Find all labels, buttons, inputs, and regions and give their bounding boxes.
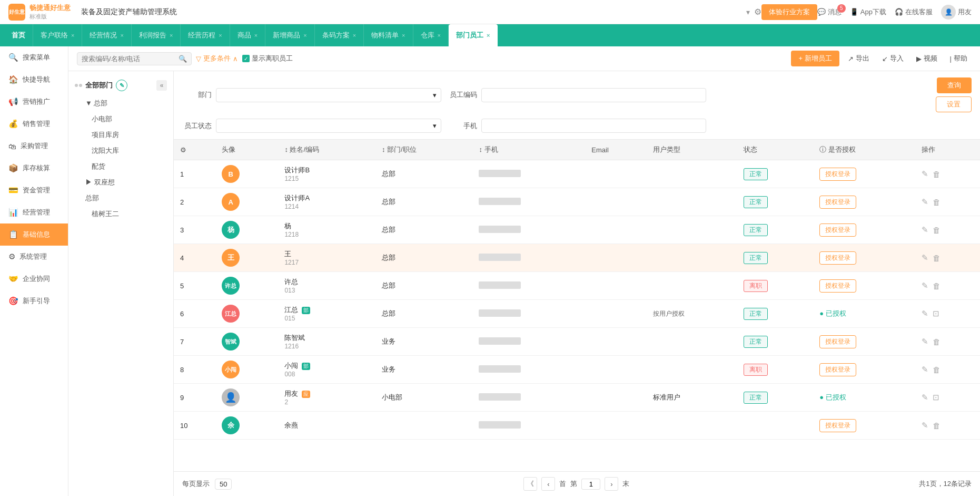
edit-icon[interactable]: ✎: [922, 393, 928, 402]
delete-icon[interactable]: 🗑: [933, 226, 941, 235]
more-filter-btn[interactable]: ▽ 更多条件 ∧: [196, 54, 238, 63]
close-icon[interactable]: ×: [303, 32, 306, 38]
tree-node-zongbu[interactable]: ▼ 总部: [68, 95, 173, 111]
close-icon[interactable]: ×: [120, 32, 123, 38]
trial-button[interactable]: 体验行业方案: [761, 4, 817, 20]
sidebar-item-marketing[interactable]: 📢 营销推广: [0, 91, 68, 113]
edit-icon[interactable]: ✎: [922, 169, 928, 179]
edit-icon[interactable]: ✎: [922, 309, 928, 318]
per-page-value[interactable]: 50: [215, 479, 232, 490]
copy-icon[interactable]: ⊡: [933, 393, 939, 402]
tab-profit[interactable]: 利润报告 ×: [132, 24, 181, 46]
auth-login-button[interactable]: 授权登录: [819, 335, 856, 348]
auth-login-button[interactable]: 授权登录: [819, 279, 856, 293]
tree-node-shenyang[interactable]: 沈阳大库: [68, 143, 173, 159]
online-service-item[interactable]: 🎧 在线客服: [895, 7, 933, 17]
import-btn[interactable]: ↙ 导入: [878, 52, 908, 65]
tree-node-shuangzuo[interactable]: ▶ 双座想: [68, 174, 173, 190]
show-resigned-toggle[interactable]: ✓ 显示离职员工: [242, 54, 293, 63]
query-button[interactable]: 查询: [937, 77, 972, 93]
settings-icon[interactable]: ⚙: [754, 7, 761, 17]
close-icon[interactable]: ×: [219, 32, 222, 38]
tab-operation[interactable]: 经营情况 ×: [82, 24, 131, 46]
copy-icon[interactable]: ⊡: [933, 309, 939, 318]
delete-icon[interactable]: 🗑: [933, 170, 941, 179]
tab-add-goods[interactable]: 新增商品 ×: [265, 24, 314, 46]
tab-history[interactable]: 经营历程 ×: [181, 24, 230, 46]
delete-icon[interactable]: 🗑: [933, 337, 941, 346]
sidebar-item-nav[interactable]: 🏠 快捷导航: [0, 69, 68, 91]
sidebar-item-search[interactable]: 🔍 搜索菜单: [0, 46, 68, 69]
auth-login-button[interactable]: 授权登录: [819, 363, 856, 376]
system-dropdown[interactable]: ▾: [746, 8, 750, 16]
edit-icon[interactable]: ✎: [922, 253, 928, 262]
close-icon[interactable]: ×: [487, 32, 490, 38]
app-download-item[interactable]: 📱 App下载: [850, 7, 886, 17]
auth-login-button[interactable]: 授权登录: [819, 196, 856, 209]
delete-icon[interactable]: 🗑: [933, 198, 941, 207]
tab-warehouse[interactable]: 仓库 ×: [413, 24, 449, 46]
sidebar-item-purchase[interactable]: 🛍 采购管理: [0, 135, 68, 157]
tab-goods[interactable]: 商品 ×: [230, 24, 265, 46]
sidebar-item-guide[interactable]: 🎯 新手引导: [0, 290, 68, 312]
auth-login-button[interactable]: 授权登录: [819, 168, 856, 181]
edit-icon[interactable]: ✎: [922, 421, 928, 430]
sidebar-item-finance[interactable]: 💳 资金管理: [0, 179, 68, 201]
tree-node-zongbu2[interactable]: 总部: [68, 190, 173, 206]
sidebar-item-management[interactable]: 📊 经营管理: [0, 201, 68, 223]
status-select[interactable]: ▾: [216, 119, 441, 133]
help-btn[interactable]: | 帮助: [946, 52, 972, 65]
close-icon[interactable]: ×: [353, 32, 356, 38]
user-item[interactable]: 👤 用友: [941, 5, 972, 20]
edit-icon[interactable]: ✎: [922, 225, 928, 235]
sidebar-item-inventory[interactable]: 📦 库存核算: [0, 157, 68, 179]
auth-login-button[interactable]: 授权登录: [819, 223, 856, 237]
export-btn[interactable]: ↗ 导出: [844, 52, 874, 65]
auth-login-button[interactable]: 授权登录: [819, 419, 856, 432]
edit-icon[interactable]: ✎: [922, 365, 928, 374]
close-icon[interactable]: ×: [402, 32, 405, 38]
col-settings[interactable]: ⚙: [174, 140, 215, 160]
phone-input[interactable]: [481, 119, 707, 133]
edit-icon[interactable]: ✎: [922, 337, 928, 346]
empcode-input[interactable]: [481, 88, 707, 102]
tree-edit-btn[interactable]: ✎: [116, 80, 127, 91]
col-phone[interactable]: ↕ 手机: [472, 140, 585, 160]
tab-home[interactable]: 首页: [4, 24, 33, 46]
search-input[interactable]: [82, 55, 176, 63]
auth-login-button[interactable]: 授权登录: [819, 251, 856, 265]
reset-button[interactable]: 设置: [936, 96, 972, 112]
edit-icon[interactable]: ✎: [922, 281, 928, 290]
delete-icon[interactable]: 🗑: [933, 421, 941, 430]
tab-barcode[interactable]: 条码方案 ×: [315, 24, 364, 46]
tree-node-project[interactable]: 项目库房: [68, 127, 173, 143]
col-dept[interactable]: ↕ 部门/职位: [375, 140, 473, 160]
tree-node-xiaodian[interactable]: 小电部: [68, 111, 173, 127]
delete-icon[interactable]: 🗑: [933, 281, 941, 290]
close-icon[interactable]: ×: [254, 32, 258, 38]
next-page-btn[interactable]: ›: [605, 477, 618, 491]
prev-page-btn[interactable]: ‹: [541, 477, 555, 491]
col-name[interactable]: ↕ 姓名/编码: [278, 140, 375, 160]
message-item[interactable]: 💬 消息 5: [817, 7, 842, 17]
tab-employee[interactable]: 部门员工 ×: [449, 24, 498, 46]
collapse-btn[interactable]: «: [156, 80, 167, 91]
tab-bom[interactable]: 物料清单 ×: [364, 24, 413, 46]
edit-icon[interactable]: ✎: [922, 197, 928, 207]
page-number-input[interactable]: [581, 479, 600, 490]
first-page-btn[interactable]: 《: [523, 477, 537, 491]
view-btn[interactable]: ▶ 视频: [912, 52, 942, 65]
sidebar-item-system[interactable]: ⚙ 系统管理: [0, 246, 68, 268]
tree-node-zhishu[interactable]: 植树王二: [68, 206, 173, 222]
sidebar-item-collab[interactable]: 🤝 企业协同: [0, 268, 68, 290]
delete-icon[interactable]: 🗑: [933, 365, 941, 374]
close-icon[interactable]: ×: [71, 32, 74, 38]
sidebar-item-sales[interactable]: 💰 销售管理: [0, 113, 68, 135]
tab-customer[interactable]: 客户联络 ×: [33, 24, 82, 46]
tree-node-peihuo[interactable]: 配货: [68, 159, 173, 174]
sidebar-item-basic[interactable]: 📋 基础信息: [0, 223, 68, 246]
dept-select[interactable]: ▾: [216, 88, 441, 102]
delete-icon[interactable]: 🗑: [933, 254, 941, 262]
close-icon[interactable]: ×: [170, 32, 173, 38]
add-employee-button[interactable]: + 新增员工: [791, 51, 839, 66]
